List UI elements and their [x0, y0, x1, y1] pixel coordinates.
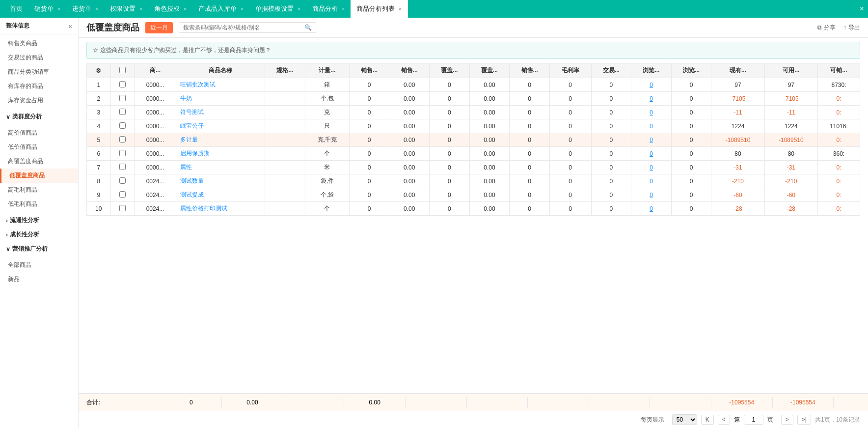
row-browse1[interactable]: 0: [631, 188, 672, 202]
sidebar-item-low-coverage[interactable]: 低覆盖度商品: [0, 169, 78, 183]
close-all-btn[interactable]: ×: [860, 4, 864, 13]
sidebar-group-marketing[interactable]: ∨ 营销推广分析: [0, 242, 78, 256]
nav-tab-analysis[interactable]: 商品分析 ×: [306, 0, 351, 18]
close-permissions-icon[interactable]: ×: [139, 6, 142, 12]
row-name[interactable]: 属性价格打印测试: [176, 202, 265, 216]
share-btn[interactable]: ⧉ 分享: [817, 24, 836, 32]
row-num: 5: [87, 133, 111, 147]
row-checkbox[interactable]: [110, 92, 134, 106]
sidebar-item-low-margin[interactable]: 低毛利商品: [0, 197, 78, 211]
next-page-btn[interactable]: >: [781, 415, 793, 425]
filter-period-btn[interactable]: 近一月: [145, 22, 173, 33]
row-sellable: 0:: [818, 106, 860, 119]
row-select-checkbox[interactable]: [119, 191, 126, 198]
close-roles-icon[interactable]: ×: [184, 6, 187, 12]
row-name[interactable]: 测试数量: [176, 174, 265, 188]
sidebar-item-capital[interactable]: 库存资金占用: [0, 93, 78, 108]
row-browse1[interactable]: 0: [631, 147, 672, 161]
page-number-input[interactable]: [744, 415, 763, 425]
row-trade-count: 0: [591, 133, 631, 147]
nav-tab-purchase[interactable]: 进货单 ×: [66, 0, 104, 18]
sidebar-group-growth[interactable]: › 成长性分析: [0, 228, 78, 242]
nav-tab-roles[interactable]: 角色授权 ×: [148, 0, 192, 18]
row-sales-amt: 0.00: [389, 106, 430, 119]
row-sales-qty: 0: [349, 106, 389, 119]
row-browse1[interactable]: 0: [631, 161, 672, 174]
row-name[interactable]: 牛奶: [176, 92, 265, 106]
first-page-btn[interactable]: K: [701, 415, 714, 425]
prev-page-btn[interactable]: <: [718, 415, 730, 425]
search-icon[interactable]: 🔍: [304, 24, 312, 31]
nav-tab-permissions[interactable]: 权限设置 ×: [104, 0, 148, 18]
sidebar-item-low-value[interactable]: 低价值商品: [0, 140, 78, 154]
row-cover-count: 0: [430, 188, 470, 202]
close-inventory-icon[interactable]: ×: [241, 6, 244, 12]
row-select-checkbox[interactable]: [119, 109, 126, 115]
page-size-select[interactable]: 50 100 200: [672, 414, 697, 425]
close-analysis-icon[interactable]: ×: [342, 6, 345, 12]
sidebar-item-new-goods[interactable]: 新品: [0, 272, 78, 286]
export-btn[interactable]: ↑ 导出: [843, 24, 860, 32]
row-checkbox[interactable]: [110, 78, 134, 92]
row-name[interactable]: 旺铺批次测试: [176, 78, 265, 92]
settings-icon[interactable]: ⚙: [96, 67, 101, 74]
sidebar-item-traded-goods[interactable]: 交易过的商品: [0, 51, 78, 65]
nav-tab-analysis-list[interactable]: 商品分析列表 ×: [351, 0, 407, 18]
sidebar-item-all-goods[interactable]: 全部商品: [0, 258, 78, 272]
close-purchase-icon[interactable]: ×: [95, 6, 98, 12]
row-name[interactable]: 多计量: [176, 133, 265, 147]
sidebar-item-high-coverage[interactable]: 高覆盖度商品: [0, 154, 78, 169]
row-select-checkbox[interactable]: [119, 136, 126, 143]
row-browse1[interactable]: 0: [631, 92, 672, 106]
row-checkbox[interactable]: [110, 202, 134, 216]
col-settings[interactable]: ⚙: [87, 63, 111, 78]
row-browse1[interactable]: 0: [631, 119, 672, 133]
row-sellable: 360:: [818, 147, 860, 161]
nav-tab-sales[interactable]: 销货单 ×: [28, 0, 66, 18]
row-select-checkbox[interactable]: [119, 205, 126, 211]
row-browse1[interactable]: 0: [631, 174, 672, 188]
row-name[interactable]: 启用保质期: [176, 147, 265, 161]
row-select-checkbox[interactable]: [119, 150, 126, 156]
row-select-checkbox[interactable]: [119, 81, 126, 87]
row-spec: [265, 78, 305, 92]
row-select-checkbox[interactable]: [119, 122, 126, 129]
nav-tab-inventory[interactable]: 产成品入库单 ×: [192, 0, 249, 18]
row-checkbox[interactable]: [110, 161, 134, 174]
row-name[interactable]: 眠宝公仔: [176, 119, 265, 133]
last-page-btn[interactable]: >|: [797, 415, 811, 425]
search-input[interactable]: [183, 24, 301, 31]
row-checkbox[interactable]: [110, 133, 134, 147]
sidebar-group-circulation[interactable]: › 流通性分析: [0, 213, 78, 228]
row-select-checkbox[interactable]: [119, 95, 126, 101]
sidebar-item-in-stock[interactable]: 有库存的商品: [0, 79, 78, 93]
row-sellable: 0:: [818, 133, 860, 147]
row-checkbox[interactable]: [110, 106, 134, 119]
sidebar-collapse-btn[interactable]: «: [68, 22, 72, 30]
row-browse1[interactable]: 0: [631, 106, 672, 119]
sidebar-group-cluster[interactable]: ∨ 类群度分析: [0, 110, 78, 124]
nav-tab-template[interactable]: 单据模板设置 ×: [249, 0, 306, 18]
row-name[interactable]: 属性: [176, 161, 265, 174]
select-all-checkbox[interactable]: [119, 67, 126, 73]
row-select-checkbox[interactable]: [119, 177, 126, 184]
sidebar-item-category-rate[interactable]: 商品分类动销率: [0, 65, 78, 79]
row-name[interactable]: 测试提成: [176, 188, 265, 202]
sidebar-item-high-value[interactable]: 高价值商品: [0, 126, 78, 140]
row-checkbox[interactable]: [110, 174, 134, 188]
sidebar-item-high-margin[interactable]: 高毛利商品: [0, 183, 78, 197]
row-checkbox[interactable]: [110, 147, 134, 161]
close-sales-icon[interactable]: ×: [57, 6, 60, 12]
row-checkbox[interactable]: [110, 119, 134, 133]
row-name[interactable]: 符号测试: [176, 106, 265, 119]
close-analysis-list-icon[interactable]: ×: [399, 6, 402, 12]
table-header: ⚙ 商... 商品名称 规格... 计量... 销售... 销售... 覆盖..…: [87, 63, 860, 78]
row-select-checkbox[interactable]: [119, 164, 126, 170]
row-browse1[interactable]: 0: [631, 202, 672, 216]
nav-tab-home[interactable]: 首页: [4, 0, 28, 18]
row-checkbox[interactable]: [110, 188, 134, 202]
row-browse1[interactable]: 0: [631, 133, 672, 147]
sidebar-item-sales-goods[interactable]: 销售类商品: [0, 36, 78, 51]
row-browse1[interactable]: 0: [631, 78, 672, 92]
close-template-icon[interactable]: ×: [298, 6, 300, 12]
